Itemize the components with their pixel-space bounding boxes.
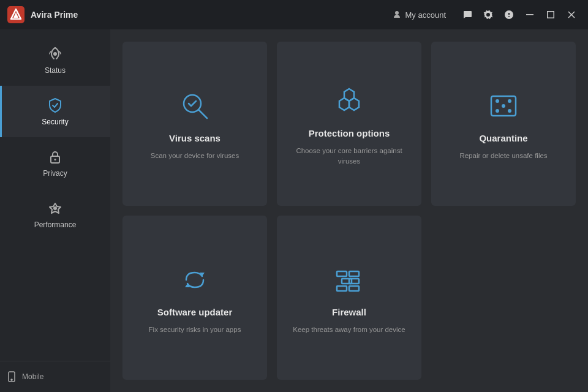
card-software-updater-desc: Fix security risks in your apps	[149, 325, 241, 334]
svg-point-6	[53, 206, 57, 210]
close-icon	[568, 11, 575, 18]
card-protection-options[interactable]: Protection options Choose your core barr…	[277, 42, 421, 206]
main-content: Virus scans Scan your device for viruses…	[110, 29, 588, 392]
settings-button[interactable]	[479, 6, 497, 24]
sidebar-item-security-label: Security	[42, 118, 68, 126]
sidebar-item-performance[interactable]: Performance	[0, 189, 110, 240]
main-layout: Status Security Privacy	[0, 29, 588, 392]
sidebar-item-status[interactable]: Status	[0, 34, 110, 86]
svg-rect-22	[337, 271, 347, 276]
card-virus-scans-title: Virus scans	[169, 133, 221, 143]
sidebar-item-status-label: Status	[45, 66, 66, 75]
card-software-updater[interactable]: Software updater Fix security risks in y…	[123, 216, 267, 380]
card-protection-desc: Choose your core barriers against viruse…	[289, 146, 409, 165]
svg-point-3	[53, 52, 57, 56]
chat-button[interactable]	[458, 6, 477, 24]
chat-icon	[462, 10, 472, 20]
help-button[interactable]	[500, 6, 518, 24]
close-button[interactable]	[562, 6, 581, 24]
app-logo	[7, 6, 24, 23]
maximize-button[interactable]	[541, 6, 560, 24]
svg-rect-26	[349, 279, 359, 284]
svg-point-17	[508, 109, 511, 113]
sidebar-item-security[interactable]: Security	[0, 86, 110, 137]
card-firewall[interactable]: Firewall Keep threats away from your dev…	[277, 216, 421, 380]
sidebar: Status Security Privacy	[0, 29, 110, 392]
account-icon	[392, 10, 402, 20]
svg-rect-27	[349, 286, 359, 291]
svg-marker-13	[339, 98, 349, 110]
card-firewall-desc: Keep threats away from your device	[293, 325, 405, 334]
sidebar-item-performance-label: Performance	[34, 221, 77, 229]
card-protection-title: Protection options	[309, 128, 390, 138]
virus-scans-icon	[175, 86, 214, 126]
card-quarantine-desc: Repair or delete unsafe files	[459, 151, 547, 160]
maximize-icon	[547, 11, 554, 18]
svg-point-8	[11, 379, 12, 380]
svg-line-10	[198, 110, 207, 118]
app-title: Avira Prime	[31, 10, 392, 20]
gear-icon	[483, 10, 493, 20]
svg-rect-2	[548, 12, 554, 18]
sidebar-item-mobile-label: Mobile	[22, 372, 43, 381]
software-updater-icon	[175, 260, 214, 300]
help-icon	[504, 10, 514, 20]
svg-point-18	[508, 99, 511, 103]
svg-marker-12	[349, 98, 359, 110]
sidebar-item-privacy[interactable]: Privacy	[0, 137, 110, 189]
cards-grid: Virus scans Scan your device for viruses…	[123, 42, 576, 380]
mobile-icon	[6, 371, 17, 382]
card-software-updater-title: Software updater	[157, 307, 233, 317]
account-label: My account	[405, 10, 446, 20]
privacy-icon	[47, 148, 64, 165]
card-firewall-title: Firewall	[332, 307, 366, 317]
svg-rect-23	[349, 271, 359, 276]
card-virus-scans[interactable]: Virus scans Scan your device for viruses	[123, 42, 267, 206]
card-quarantine[interactable]: Quarantine Repair or delete unsafe files	[431, 42, 576, 206]
performance-icon	[47, 200, 64, 217]
svg-point-15	[496, 99, 499, 103]
svg-rect-1	[526, 14, 533, 15]
svg-point-16	[502, 104, 505, 108]
quarantine-icon	[484, 86, 523, 126]
sidebar-item-mobile[interactable]: Mobile	[0, 361, 110, 392]
title-bar: Avira Prime My account	[0, 0, 588, 29]
card-virus-scans-desc: Scan your device for viruses	[151, 151, 239, 160]
status-icon	[47, 45, 64, 62]
sidebar-item-privacy-label: Privacy	[43, 169, 67, 178]
svg-point-5	[55, 159, 56, 160]
title-bar-actions: My account	[392, 6, 581, 24]
minimize-icon	[526, 11, 533, 18]
account-button[interactable]: My account	[392, 10, 446, 20]
svg-point-19	[496, 109, 499, 113]
card-quarantine-title: Quarantine	[479, 133, 527, 143]
minimize-button[interactable]	[521, 6, 539, 24]
firewall-icon	[330, 260, 369, 300]
protection-options-icon	[330, 81, 369, 121]
security-icon	[47, 97, 64, 114]
svg-rect-25	[337, 286, 347, 291]
